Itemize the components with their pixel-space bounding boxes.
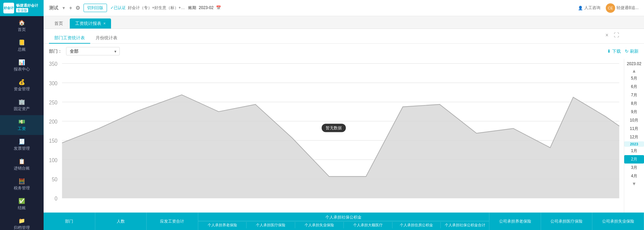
svg-text:0: 0 xyxy=(55,196,57,201)
topbar: 测试 ▼ + ⚙ 切到旧版 ✓已认证 好会计（专）+好生意（标）+… 账期 20… xyxy=(44,0,644,16)
reports-icon: 📊 xyxy=(18,59,25,65)
dept-label: 部门： xyxy=(49,48,62,54)
date-month-11月[interactable]: 11月 xyxy=(624,125,644,133)
svg-text:300: 300 xyxy=(49,80,57,86)
date-year-label: 2023 xyxy=(624,141,644,147)
payroll-icon: 💵 xyxy=(18,119,25,125)
sidebar-logo: 好会计 畅捷通好会计 专业版 xyxy=(0,0,44,16)
sidebar-label-assets: 固定资产 xyxy=(14,106,30,112)
tab-payroll[interactable]: 工资统计报表× xyxy=(70,18,111,29)
date-month-6月[interactable]: 6月 xyxy=(624,83,644,91)
th-group-title: 个人承担社保公积金 xyxy=(198,215,489,221)
topbar-title: 测试 xyxy=(49,5,58,11)
sidebar-label-payroll: 工资 xyxy=(18,126,26,132)
th-个人承担失业保险: 个人承担失业保险 xyxy=(295,222,344,228)
th-group-personal: 个人承担社保公积金个人承担养老保险个人承担医疗保险个人承担失业保险个人承担大额医… xyxy=(198,213,490,230)
toolbar-right: ⬇ 下载 ↻ 刷新 xyxy=(607,48,639,54)
date-month-1月[interactable]: 1月 xyxy=(624,147,644,155)
add-button[interactable]: + xyxy=(69,5,72,11)
tab-close-payroll[interactable]: × xyxy=(103,21,106,26)
tab-label-home: 首页 xyxy=(54,20,63,27)
sidebar-label-invoice: 发票管理 xyxy=(14,146,30,151)
logo-icon: 好会计 xyxy=(3,3,14,13)
tab-home[interactable]: 首页 xyxy=(49,18,68,29)
sidebar: 好会计 畅捷通好会计 专业版 🏠首页📒总账📊报表中心💰资金管理🏢固定资产💵工资🧾… xyxy=(0,0,44,230)
date-month-5月[interactable]: 5月 xyxy=(624,74,644,83)
certified-badge: ✓已认证 xyxy=(110,5,126,11)
tab-label-payroll: 工资统计报表 xyxy=(75,20,101,27)
th-应发工资合计: 应发工资合计 xyxy=(147,213,198,230)
date-nav-up[interactable]: ▲ xyxy=(631,67,637,74)
chart-section: 350 300 250 200 150 100 50 0 xyxy=(44,59,644,213)
date-month-9月[interactable]: 9月 xyxy=(624,108,644,116)
old-version-button[interactable]: 切到旧版 xyxy=(84,4,107,12)
home-icon: 🏠 xyxy=(18,19,25,26)
sidebar-item-home[interactable]: 🏠首页 xyxy=(0,16,44,36)
subtab-monthly[interactable]: 月份统计表 xyxy=(90,33,123,44)
sidebar-item-payroll[interactable]: 💵工资 xyxy=(0,115,44,135)
topbar-badges: ✓已认证 好会计（专）+好生意（标）+… xyxy=(110,5,185,11)
sidebar-item-tax[interactable]: 🧮税务管理 xyxy=(0,175,44,194)
main-area: 测试 ▼ + ⚙ 切到旧版 ✓已认证 好会计（专）+好生意（标）+… 账期 20… xyxy=(44,0,644,230)
sidebar-item-invoice[interactable]: 🧾发票管理 xyxy=(0,135,44,155)
period-label: 账期 2023-02 📅 xyxy=(188,5,221,11)
sidebar-menu: 🏠首页📒总账📊报表中心💰资金管理🏢固定资产💵工资🧾发票管理📋进销台账🧮税务管理✅… xyxy=(0,16,44,230)
sidebar-label-reports: 报表中心 xyxy=(14,66,30,72)
sales-icon: 📋 xyxy=(18,158,25,165)
help-button[interactable]: 👤 人工咨询 xyxy=(578,5,600,11)
close-button[interactable]: × xyxy=(604,32,610,39)
th-部门: 部门 xyxy=(44,213,95,230)
sidebar-label-tax: 税务管理 xyxy=(14,185,30,191)
closing-icon: ✅ xyxy=(18,198,25,204)
tabbar: 首页工资统计报表× xyxy=(44,16,644,29)
sidebar-label-sales: 进销台账 xyxy=(14,166,30,171)
sidebar-item-reports[interactable]: 📊报表中心 xyxy=(0,56,44,76)
user-menu[interactable]: CE 轻捷通B追... xyxy=(606,3,639,13)
date-nav-down[interactable]: ▼ xyxy=(631,180,637,187)
date-month-3月[interactable]: 3月 xyxy=(624,164,644,172)
chart-svg: 350 300 250 200 150 100 50 0 xyxy=(44,59,624,213)
table-header: 部门人数应发工资合计个人承担社保公积金个人承担养老保险个人承担医疗保险个人承担失… xyxy=(44,213,644,230)
sidebar-item-sales[interactable]: 📋进销台账 xyxy=(0,155,44,175)
th-个人承担大额医疗: 个人承担大额医疗 xyxy=(344,222,392,228)
sidebar-item-archive[interactable]: 📁归档管理 xyxy=(0,214,44,230)
sidebar-item-finance[interactable]: 💰资金管理 xyxy=(0,76,44,95)
sidebar-label-home: 首页 xyxy=(18,27,26,33)
date-month-12月[interactable]: 12月 xyxy=(624,133,644,141)
date-month-2月[interactable]: 2月 xyxy=(624,155,644,164)
content-area: × ⛶ 部门工资统计表月份统计表 部门： 全部财务部销售部研发部人事部 ⬇ 下载… xyxy=(44,29,644,230)
tax-icon: 🧮 xyxy=(18,178,25,184)
settings-button[interactable]: ⚙ xyxy=(75,5,80,11)
sidebar-label-closing: 结账 xyxy=(18,205,26,211)
date-month-10月[interactable]: 10月 xyxy=(624,116,644,125)
th-个人承担住房公积金: 个人承担住房公积金 xyxy=(392,222,441,228)
chart-area xyxy=(62,95,619,198)
chart-wrapper: 350 300 250 200 150 100 50 0 xyxy=(44,59,624,213)
subtab-dept[interactable]: 部门工资统计表 xyxy=(49,33,90,44)
date-panel: 2023.02 ▲ 5月6月7月8月9月10月11月12月20231月2月3月4… xyxy=(624,59,644,213)
date-month-8月[interactable]: 8月 xyxy=(624,99,644,108)
chart-tooltip: 暂无数据 xyxy=(322,124,346,132)
expand-button[interactable]: ⛶ xyxy=(612,32,621,39)
sidebar-item-ledger[interactable]: 📒总账 xyxy=(0,36,44,56)
svg-text:200: 200 xyxy=(49,119,57,125)
date-month-4月[interactable]: 4月 xyxy=(624,172,644,180)
invoice-icon: 🧾 xyxy=(18,138,25,145)
th-个人承担医疗保险: 个人承担医疗保险 xyxy=(247,222,295,228)
svg-text:350: 350 xyxy=(49,61,57,67)
sidebar-item-closing[interactable]: ✅结账 xyxy=(0,194,44,214)
dept-select[interactable]: 全部财务部销售部研发部人事部 xyxy=(66,47,120,55)
th-个人承担社保公积金合计: 个人承担社保公积金合计 xyxy=(441,222,489,228)
date-month-7月[interactable]: 7月 xyxy=(624,91,644,99)
topbar-arrow: ▼ xyxy=(62,6,66,10)
ledger-icon: 📒 xyxy=(18,39,25,46)
th-company-公司承担医疗保险: 公司承担医疗保险 xyxy=(541,213,593,230)
svg-text:50: 50 xyxy=(52,177,57,182)
logo-text: 畅捷通好会计 专业版 xyxy=(16,3,38,13)
download-button[interactable]: ⬇ 下载 xyxy=(607,48,621,54)
th-company-公司承担失业保险: 公司承担失业保险 xyxy=(592,213,644,230)
sidebar-item-assets[interactable]: 🏢固定资产 xyxy=(0,95,44,115)
sidebar-label-ledger: 总账 xyxy=(18,47,26,52)
refresh-button[interactable]: ↻ 刷新 xyxy=(625,48,639,54)
assets-icon: 🏢 xyxy=(18,99,25,105)
